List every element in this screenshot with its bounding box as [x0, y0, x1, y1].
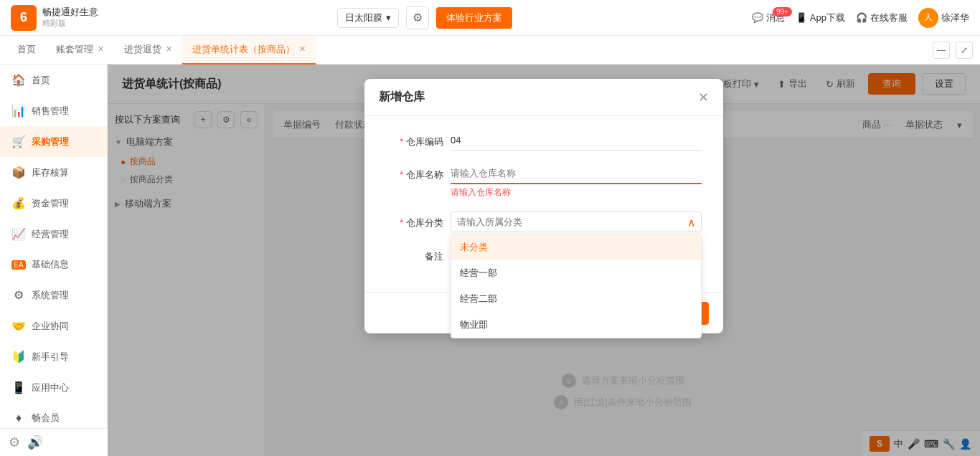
message-icon: 💬 [752, 12, 763, 23]
sidebar-collab-label: 企业协同 [32, 320, 69, 333]
add-warehouse-dialog: 新增仓库 ✕ * 仓库编码 [364, 79, 723, 333]
header-right: 💬 消息 99+ 📱 App下载 🎧 在线客服 人 徐泽华 [752, 8, 969, 28]
sidebar-item-apps[interactable]: 📱 应用中心 [0, 372, 107, 403]
tab-home-label: 首页 [17, 43, 36, 56]
message-btn[interactable]: 💬 消息 99+ [752, 11, 785, 24]
app-download-btn[interactable]: 📱 App下载 [796, 11, 845, 24]
sidebar-item-finance[interactable]: 💰 资金管理 [0, 188, 107, 219]
name-required: * [400, 169, 403, 180]
tab-purchase-stats[interactable]: 进货单统计表（按商品） ✕ [182, 36, 316, 65]
sidebar-sales-label: 销售管理 [32, 105, 69, 118]
online-service-label: 在线客服 [870, 11, 908, 24]
main-layout: 🏠 首页 📊 销售管理 🛒 采购管理 📦 库存核算 💰 资金管理 📈 经营管理 … [0, 65, 980, 456]
sidebar-item-guide[interactable]: 🔰 新手引导 [0, 341, 107, 372]
category-control: ∧ 未分类 经营一部 经营二部 物业部 [451, 212, 702, 232]
basic-info-icon: EA [11, 260, 26, 270]
name-input[interactable] [451, 163, 702, 184]
category-toggle-icon[interactable]: ∧ [687, 215, 696, 229]
dropdown-item-dept2[interactable]: 经营二部 [451, 286, 701, 312]
name-control: 请输入仓库名称 [451, 163, 702, 199]
store-selector[interactable]: 日太阳膜 ▾ [337, 8, 399, 28]
notes-label: 备注 [386, 245, 443, 263]
name-label: * 仓库名称 [386, 163, 443, 181]
modal-overlay: 新增仓库 ✕ * 仓库编码 [108, 65, 980, 456]
sidebar-item-purchase[interactable]: 🛒 采购管理 [0, 126, 107, 157]
inventory-icon: 📦 [11, 166, 26, 179]
code-label: * 仓库编码 [386, 130, 443, 148]
header-center: 日太阳膜 ▾ ⚙ 体验行业方案 [337, 6, 512, 29]
sidebar-inventory-label: 库存核算 [32, 166, 69, 179]
settings-button[interactable]: ⚙ [406, 6, 429, 29]
app-name: 畅捷通好生意 [42, 6, 98, 19]
name-error-msg: 请输入仓库名称 [451, 186, 702, 199]
sidebar-system-label: 系统管理 [32, 289, 69, 302]
content-area: 进货单统计(按商品) 🖨 按模板打印 ▾ ⬆ 导出 ↻ 刷新 查询 设置 [108, 65, 980, 456]
tab-purchase-return-close[interactable]: ✕ [166, 44, 172, 54]
tab-purchase-return-label: 进货退货 [124, 43, 161, 56]
sidebar-item-home[interactable]: 🏠 首页 [0, 65, 107, 95]
gear-icon: ⚙ [413, 11, 423, 24]
sidebar-operations-label: 经营管理 [32, 228, 69, 241]
category-input[interactable] [451, 212, 702, 232]
sidebar-item-inventory[interactable]: 📦 库存核算 [0, 157, 107, 188]
guide-icon: 🔰 [11, 350, 26, 364]
finance-icon: 💰 [11, 196, 26, 210]
sidebar-finance-label: 资金管理 [32, 197, 69, 210]
system-icon: ⚙ [11, 288, 26, 302]
category-label: * 仓库分类 [386, 212, 443, 229]
sidebar-item-collab[interactable]: 🤝 企业协同 [0, 310, 107, 341]
tab-minimize-btn[interactable]: — [933, 42, 950, 59]
operations-icon: 📈 [11, 227, 26, 241]
tab-purchase-return[interactable]: 进货退货 ✕ [114, 36, 182, 65]
dialog-header: 新增仓库 ✕ [364, 79, 723, 116]
sidebar-vip-label: 畅会员 [32, 412, 60, 424]
store-name: 日太阳膜 [345, 11, 382, 24]
vip-icon: ♦ [11, 412, 26, 424]
sidebar-item-system[interactable]: ⚙ 系统管理 [0, 280, 107, 310]
sidebar-footer: ⚙ 🔊 [0, 428, 108, 456]
logo-area: 6 畅捷通好生意 精彩版 [11, 5, 98, 31]
tab-purchase-stats-close[interactable]: ✕ [299, 44, 306, 54]
sidebar-home-label: 首页 [32, 74, 50, 87]
code-control [451, 130, 702, 151]
username: 徐泽华 [941, 11, 969, 24]
trial-button[interactable]: 体验行业方案 [436, 7, 512, 29]
collab-icon: 🤝 [11, 319, 26, 333]
form-row-code: * 仓库编码 [386, 130, 702, 151]
tab-home[interactable]: 首页 [7, 36, 46, 65]
chevron-down-icon: ▾ [386, 12, 391, 23]
code-required: * [400, 136, 403, 147]
sidebar-basic-info-label: 基础信息 [32, 258, 69, 271]
dropdown-item-dept1[interactable]: 经营一部 [451, 260, 701, 286]
tab-account[interactable]: 账套管理 ✕ [46, 36, 114, 65]
code-input[interactable] [451, 130, 702, 151]
category-required: * [400, 217, 403, 228]
sidebar-item-basic-info[interactable]: EA 基础信息 [0, 250, 107, 280]
sidebar-audio-icon[interactable]: 🔊 [27, 434, 43, 450]
dialog-body: * 仓库编码 * 仓库名称 [364, 116, 723, 293]
tab-account-close[interactable]: ✕ [98, 44, 104, 54]
tab-actions: — ⤢ [933, 42, 973, 59]
dropdown-item-property[interactable]: 物业部 [451, 312, 701, 338]
form-row-category: * 仓库分类 ∧ 未分类 经营一部 经营二部 物业部 [386, 212, 702, 232]
message-badge: 99+ [773, 7, 792, 16]
home-icon: 🏠 [11, 73, 26, 87]
sidebar-item-sales[interactable]: 📊 销售管理 [0, 95, 107, 126]
online-service-btn[interactable]: 🎧 在线客服 [856, 11, 908, 24]
sidebar-purchase-label: 采购管理 [32, 136, 69, 148]
tab-maximize-btn[interactable]: ⤢ [956, 42, 973, 59]
avatar: 人 [918, 8, 938, 28]
dropdown-item-unclassified[interactable]: 未分类 [451, 234, 701, 260]
sidebar-apps-label: 应用中心 [32, 381, 69, 394]
category-dropdown: 未分类 经营一部 经营二部 物业部 [451, 234, 702, 338]
logo-icon: 6 [11, 5, 37, 31]
sidebar: 🏠 首页 📊 销售管理 🛒 采购管理 📦 库存核算 💰 资金管理 📈 经营管理 … [0, 65, 108, 456]
mobile-icon: 📱 [796, 12, 807, 23]
sidebar-item-operations[interactable]: 📈 经营管理 [0, 219, 107, 250]
tab-bar: 首页 账套管理 ✕ 进货退货 ✕ 进货单统计表（按商品） ✕ — ⤢ [0, 36, 980, 65]
dialog-close-btn[interactable]: ✕ [698, 91, 709, 104]
sales-icon: 📊 [11, 104, 26, 118]
user-area[interactable]: 人 徐泽华 [918, 8, 969, 28]
sidebar-settings-icon[interactable]: ⚙ [9, 434, 20, 450]
purchase-icon: 🛒 [11, 135, 26, 148]
